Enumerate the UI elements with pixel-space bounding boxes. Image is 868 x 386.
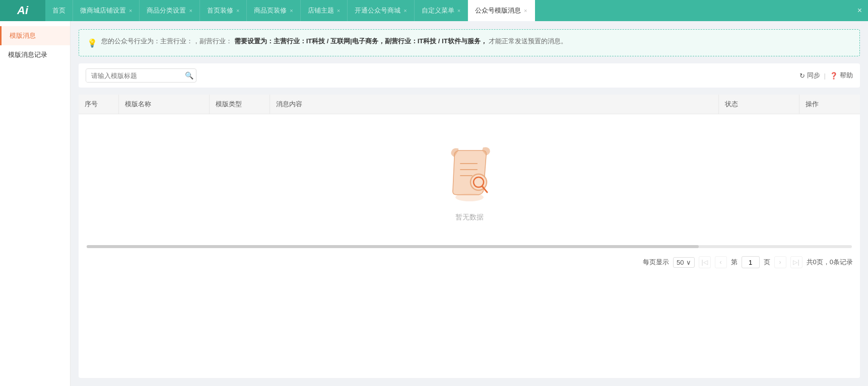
empty-state: 暂无数据 (79, 114, 860, 242)
close-tab-product-category[interactable]: × (189, 8, 192, 14)
notice-icon: 💡 (87, 36, 97, 50)
close-tab-micro-store[interactable]: × (129, 8, 132, 14)
notice-suffix: 才能正常发送预置的消息。 (489, 37, 567, 45)
table-header: 序号模版名称模版类型消息内容状态操作 (79, 95, 860, 114)
per-page-select[interactable]: 50 ∨ (673, 257, 694, 268)
table-header-seq: 序号 (79, 95, 119, 114)
help-icon: ❓ (830, 72, 838, 80)
notice-highlight: 需要设置为：主营行业：IT科技 / 互联网|电子商务，副营行业：IT科技 / I… (234, 37, 487, 45)
close-tab-template-message[interactable]: × (524, 8, 527, 14)
nav-tab-template-message[interactable]: 公众号模版消息× (468, 0, 535, 21)
empty-text: 暂无数据 (455, 213, 484, 222)
search-button[interactable]: 🔍 (181, 69, 196, 82)
nav-tabs: 首页微商城店铺设置×商品分类设置×首页装修×商品页装修×店铺主题×开通公众号商城… (45, 0, 868, 21)
table-header-content: 消息内容 (270, 95, 719, 114)
notice-text: 您的公众号行业为：主营行业：，副营行业： 需要设置为：主营行业：IT科技 / 互… (101, 36, 567, 47)
toolbar-right: ↻ 同步 | ❓ 帮助 (799, 71, 853, 80)
nav-tab-micro-store[interactable]: 微商城店铺设置× (73, 0, 140, 21)
close-all-button[interactable]: × (857, 6, 862, 15)
search-wrap: 🔍 (86, 68, 196, 83)
nav-tab-open-store[interactable]: 开通公众号商城× (348, 0, 414, 21)
search-input[interactable] (86, 69, 181, 82)
page-unit: 页 (764, 258, 770, 267)
sidebar: 模版消息模版消息记录 (0, 21, 71, 386)
per-page-chevron: ∨ (686, 259, 691, 266)
help-button[interactable]: ❓ 帮助 (830, 71, 853, 80)
table-header-name: 模版名称 (119, 95, 210, 114)
toolbar-divider: | (824, 72, 826, 80)
close-tab-custom-menu[interactable]: × (457, 8, 460, 14)
toolbar: 🔍 ↻ 同步 | ❓ 帮助 (79, 63, 860, 88)
prev-page-button[interactable]: ‹ (715, 256, 727, 268)
sidebar-item-template-msg[interactable]: 模版消息 (0, 26, 70, 45)
top-nav: Ai 首页微商城店铺设置×商品分类设置×首页装修×商品页装修×店铺主题×开通公众… (0, 0, 868, 21)
next-page-button[interactable]: › (774, 256, 786, 268)
notice-box: 💡 您的公众号行业为：主营行业：，副营行业： 需要设置为：主营行业：IT科技 /… (79, 29, 860, 56)
nav-tab-homepage-decor[interactable]: 首页装修× (200, 0, 247, 21)
first-page-button[interactable]: |◁ (699, 256, 711, 268)
scrollbar-wrap (79, 242, 860, 251)
close-tab-homepage-decor[interactable]: × (236, 8, 239, 14)
scrollbar-thumb[interactable] (87, 245, 699, 248)
notice-prefix: 您的公众号行业为：主营行业：，副营行业： (101, 37, 232, 45)
sync-button[interactable]: ↻ 同步 (799, 71, 820, 80)
scrollbar-track[interactable] (87, 245, 852, 248)
main-content: 💡 您的公众号行业为：主营行业：，副营行业： 需要设置为：主营行业：IT科技 /… (71, 21, 868, 386)
layout: 模版消息模版消息记录 💡 您的公众号行业为：主营行业：，副营行业： 需要设置为：… (0, 21, 868, 386)
close-tab-open-store[interactable]: × (404, 8, 407, 14)
sync-label: 同步 (807, 71, 820, 80)
nav-tab-custom-menu[interactable]: 自定义菜单× (415, 0, 468, 21)
empty-icon (439, 144, 500, 205)
nav-tab-store-theme[interactable]: 店铺主题× (301, 0, 348, 21)
help-label: 帮助 (840, 71, 853, 80)
page-label: 第 (731, 258, 738, 267)
total-count: 共0页，0条记录 (807, 258, 853, 267)
nav-tab-product-decor[interactable]: 商品页装修× (247, 0, 300, 21)
table-wrap: 序号模版名称模版类型消息内容状态操作 (79, 95, 860, 378)
last-page-button[interactable]: ▷| (790, 256, 803, 268)
table-header-action: 操作 (799, 95, 860, 114)
nav-tab-product-category[interactable]: 商品分类设置× (140, 0, 199, 21)
table-header-type: 模版类型 (210, 95, 270, 114)
pagination: 每页显示 50 ∨ |◁ ‹ 第 页 › ▷| 共0页，0条记录 (79, 251, 860, 273)
nav-tab-home[interactable]: 首页 (45, 0, 73, 21)
close-tab-product-decor[interactable]: × (290, 8, 293, 14)
page-number-input[interactable] (742, 256, 760, 268)
sidebar-item-template-msg-record[interactable]: 模版消息记录 (0, 45, 70, 64)
sync-icon: ↻ (799, 72, 805, 80)
close-tab-store-theme[interactable]: × (337, 8, 340, 14)
per-page-value: 50 (677, 259, 684, 266)
table-header-status: 状态 (719, 95, 799, 114)
logo: Ai (0, 0, 45, 21)
per-page-label: 每页显示 (643, 258, 669, 267)
